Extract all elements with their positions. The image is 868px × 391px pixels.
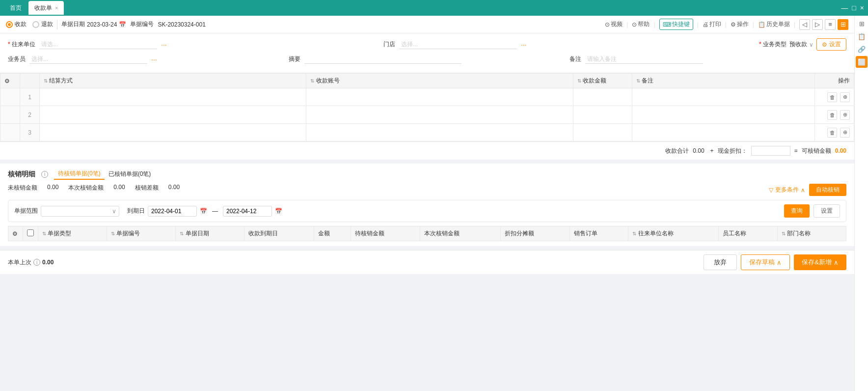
layout-grid-icon[interactable]: ⊞ [838,19,848,30]
row-3-account[interactable] [306,124,573,141]
staff-input[interactable] [29,55,147,64]
tab-active[interactable]: 收款单 × [28,1,64,15]
prev-order-info-icon[interactable]: i [33,259,40,266]
save-new-btn[interactable]: 保存&新增 ∧ [794,254,846,270]
tab-home-label: 首页 [10,4,22,12]
store-input[interactable] [399,40,517,49]
counterpart-ellipsis[interactable]: ··· [161,41,167,49]
more-conditions-btn[interactable]: ▽ 更多条件 ∧ [769,186,805,194]
th-counterpart: ⇅ 往来单位名称 [628,226,719,241]
verify-settings-btn[interactable]: 设置 [814,204,840,218]
row-1-copy-icon[interactable]: ⊕ [840,92,850,102]
summary-row: 收款合计 0.00 + 现金折扣： = 可核销金额 0.00 [0,141,854,160]
restore-icon[interactable]: □ [852,4,856,12]
select-all-checkbox[interactable] [27,229,34,236]
tab-pending[interactable]: 待核销单据(0笔) [54,168,105,180]
tab-done[interactable]: 已核销单据(0笔) [105,168,155,180]
summary-section: 摘要 [289,55,566,64]
biztype-section: 业务类型 预收款 ∨ ⚙ 设置 [759,38,846,51]
row-3-remark[interactable] [632,124,815,141]
help-link[interactable]: ⊙ 帮助 [632,20,650,28]
row-2-account[interactable] [306,106,573,124]
radio-receipt[interactable]: 收款 [6,20,27,28]
video-link[interactable]: ⊙ 视频 [605,20,623,28]
tab-bar-right: — □ × [841,4,864,12]
auto-verify-btn[interactable]: 自动核销 [809,184,846,196]
calendar-to-icon[interactable]: 📅 [275,208,282,215]
layout-prev-icon[interactable]: ◁ [799,19,810,30]
side-doc-icon[interactable]: 📋 [856,30,868,42]
layout-list-icon[interactable]: ≡ [825,19,836,30]
row-2-copy-icon[interactable]: ⊕ [840,110,850,120]
unchecked-label: 未核销金额 [8,184,37,196]
toolbar: 收款 退款 单据日期 2023-03-24 📅 单据编号 SK-20230324… [0,16,854,33]
side-cursor-icon[interactable]: ⬜ [856,56,868,68]
settings-button[interactable]: ⚙ 设置 [816,38,846,51]
row-3-delete-icon[interactable]: 🗑 [827,128,837,138]
range-select[interactable] [41,206,119,217]
radio-circle-receipt [6,21,13,28]
video-label: 视频 [611,20,623,28]
counterpart-input[interactable] [39,40,157,49]
query-btn[interactable]: 查询 [784,204,810,218]
row-1-delete-icon[interactable]: 🗑 [827,92,837,102]
row-3-settlement[interactable] [40,124,306,141]
row-2-settlement[interactable] [40,106,306,124]
abandon-btn[interactable]: 放弃 [704,254,737,270]
verify-section: 核销明细 i 待核销单据(0笔) 已核销单据(0笔) 未核销金额 0.00 本次… [0,164,854,246]
close-window-icon[interactable]: × [860,4,864,12]
row-1-settlement[interactable] [40,88,306,106]
operation-link[interactable]: ⚙ 操作 [731,20,749,28]
discount-input[interactable] [751,146,790,156]
prev-order-value: 0.00 [42,259,54,266]
row-3-copy-icon[interactable]: ⊕ [840,128,850,138]
date-to-input[interactable] [223,206,272,217]
filter-icon: ▽ [769,187,773,194]
print-link[interactable]: 🖨 打印 [703,20,721,28]
remark-input[interactable] [585,55,703,64]
store-ellipsis[interactable]: ··· [521,41,527,49]
row-2-action: 🗑 ⊕ [815,106,854,124]
calendar-icon[interactable]: 📅 [119,21,126,28]
biztype-value: 预收款 [789,40,807,49]
layout-icons: ◁ ▷ ≡ ⊞ [799,19,848,30]
th-current-amount: 本次核销金额 [420,226,500,241]
table-row: 1 🗑 ⊕ [0,88,854,106]
layout-next-icon[interactable]: ▷ [812,19,823,30]
row-3-amount[interactable] [573,124,632,141]
main-table: ⚙ ⇅ 结算方式 ⇅ 收款账号 ⇅ 收款金额 ⇅ 备注 操作 1 [0,73,854,141]
side-table-icon[interactable]: ⊞ [856,18,868,29]
staff-label: 业务员 [8,55,26,63]
radio-circle-refund [32,21,39,28]
radio-refund[interactable]: 退款 [32,20,53,28]
shortcut-btn[interactable]: ⌨ 快捷键 [659,19,693,30]
tab-close-icon[interactable]: × [55,5,58,11]
date-from-input[interactable] [148,206,197,217]
minimize-icon[interactable]: — [841,4,848,12]
form-row-1: 往来单位 ··· 门店 ··· 业务类型 预收款 ∨ ⚙ 设置 [8,38,846,51]
history-link[interactable]: 📋 历史单据 [758,20,790,28]
table-gear-th[interactable]: ⚙ [0,74,20,88]
row-2-delete-icon[interactable]: 🗑 [827,110,837,120]
summary-input[interactable] [304,55,461,64]
row-2-amount[interactable] [573,106,632,124]
calendar-from-icon[interactable]: 📅 [200,208,207,215]
equals-sign: = [794,147,798,154]
verify-info-icon[interactable]: i [41,171,48,178]
save-draft-arrow-icon[interactable]: ∧ [777,259,782,266]
save-draft-btn[interactable]: 保存草稿 ∧ [741,254,790,270]
row-2-remark[interactable] [632,106,815,124]
tab-home[interactable]: 首页 [4,1,27,15]
save-new-arrow-icon[interactable]: ∧ [834,259,839,266]
side-link-icon[interactable]: 🔗 [856,43,868,55]
gear-bottom-icon[interactable]: ⚙ [12,230,18,237]
diff-value: 0.00 [168,184,180,196]
date-field: 单据日期 2023-03-24 📅 [61,20,126,28]
row-1-account[interactable] [306,88,573,106]
biztype-select[interactable]: 预收款 ∨ [789,40,814,49]
th-doc-date: ⇅ 单据日期 [176,226,244,241]
video-icon: ⊙ [605,21,610,28]
row-1-amount[interactable] [573,88,632,106]
row-1-remark[interactable] [632,88,815,106]
staff-ellipsis[interactable]: ··· [151,56,157,63]
